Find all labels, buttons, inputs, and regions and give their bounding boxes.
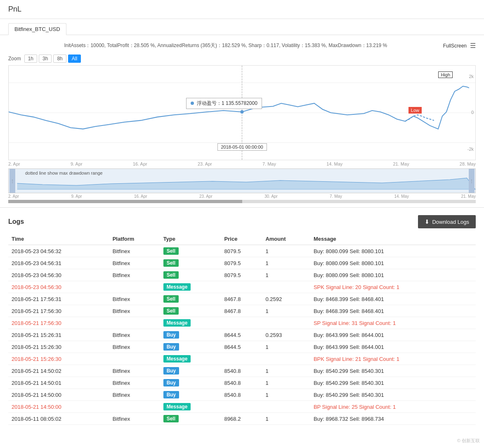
- main-chart[interactable]: 浮动盈亏：1 135.55782000 2018-05-01 00:00:00 …: [8, 65, 476, 160]
- col-time: Time: [8, 233, 109, 245]
- cell-price: [221, 401, 262, 413]
- table-row: 2018-05-21 14:50:00BitfinexBuy8540.81Buy…: [8, 389, 476, 401]
- cell-platform: Bitfinex: [109, 377, 160, 389]
- cell-message: Buy: 8643.999 Sell: 8644.001: [310, 341, 476, 353]
- download-label: Download Logs: [432, 219, 469, 225]
- table-row: 2018-05-21 14:50:01BitfinexBuy8540.81Buy…: [8, 377, 476, 389]
- x-label-3: 23. Apr: [198, 161, 212, 166]
- cell-price: [221, 317, 262, 329]
- cell-message: Buy: 8540.299 Sell: 8540.301: [310, 365, 476, 377]
- cell-amount: 1: [262, 257, 310, 269]
- zoom-3h[interactable]: 3h: [39, 55, 52, 63]
- x-label-7: 28. May: [460, 161, 476, 166]
- type-badge: Sell: [163, 259, 179, 267]
- fullscreen-button[interactable]: FullScreen: [443, 43, 467, 49]
- table-row: 2018-05-21 17:56:30MessageSP Signal Line…: [8, 317, 476, 329]
- download-logs-button[interactable]: ⬇ Download Logs: [418, 215, 476, 228]
- zoom-bar: Zoom 1h 3h 8h All: [8, 52, 476, 65]
- type-badge: Buy: [163, 367, 179, 375]
- cell-message: Buy: 8540.299 Sell: 8540.301: [310, 377, 476, 389]
- cell-time: 2018-05-21 14:50:00: [8, 389, 109, 401]
- cell-time: 2018-05-21 15:26:30: [8, 353, 109, 365]
- table-row: 2018-05-21 14:50:02BitfinexBuy8540.81Buy…: [8, 365, 476, 377]
- cell-amount: 1: [262, 389, 310, 401]
- mini-x-3: 23. Apr: [199, 194, 212, 199]
- mini-chart-info: dotted line show max drawdown range: [25, 171, 103, 175]
- zoom-1h[interactable]: 1h: [24, 55, 37, 63]
- cell-price: 8540.8: [221, 377, 262, 389]
- cell-platform: [109, 317, 160, 329]
- chart-controls: FullScreen ☰: [443, 42, 476, 50]
- cell-type: Sell: [160, 257, 221, 269]
- cell-amount: 1: [262, 269, 310, 281]
- cell-time: 2018-05-23 04:56:31: [8, 257, 109, 269]
- type-badge: Message: [163, 319, 191, 327]
- mini-x-2: 16. Apr: [134, 194, 147, 199]
- type-badge: Buy: [163, 391, 179, 398]
- cell-price: 8540.8: [221, 365, 262, 377]
- type-badge: Message: [163, 403, 191, 410]
- type-badge: Message: [163, 355, 191, 363]
- type-badge: Buy: [163, 343, 179, 351]
- cell-message: Buy: 8968.732 Sell: 8968.734: [310, 413, 476, 425]
- mini-x-1: 9. Apr: [71, 194, 82, 199]
- mini-handle-left[interactable]: ⋮: [9, 169, 15, 193]
- chart-scrollbar[interactable]: [8, 200, 476, 203]
- x-label-6: 21. May: [393, 161, 409, 166]
- col-message: Message: [310, 233, 476, 245]
- cell-time: 2018-05-23 04:56:30: [8, 269, 109, 281]
- cell-message: Buy: 8080.099 Sell: 8080.101: [310, 245, 476, 257]
- cell-amount: 1: [262, 365, 310, 377]
- cell-message: SP Signal Line: 31 Signal Count: 1: [310, 317, 476, 329]
- cell-message: BP Signal Line: 25 Signal Count: 1: [310, 401, 476, 413]
- cell-time: 2018-05-21 17:56:30: [8, 317, 109, 329]
- zoom-8h[interactable]: 8h: [53, 55, 66, 63]
- logs-section: Logs ⬇ Download Logs Time Platform Type …: [0, 208, 484, 429]
- cell-platform: [109, 401, 160, 413]
- x-label-4: 7. May: [262, 161, 276, 166]
- cell-type: Buy: [160, 341, 221, 353]
- mini-chart[interactable]: ⋮ dotted line show max drawdown range ⋮: [8, 168, 476, 193]
- svg-point-5: [240, 110, 243, 114]
- logs-table-body: 2018-05-23 04:56:32BitfinexSell8079.51Bu…: [8, 245, 476, 425]
- table-row: 2018-05-21 15:26:31BitfinexBuy8644.50.25…: [8, 329, 476, 341]
- mini-handle-right[interactable]: ⋮: [469, 169, 475, 193]
- cell-price: 8968.2: [221, 413, 262, 425]
- menu-icon[interactable]: ☰: [470, 42, 476, 50]
- scroll-thumb[interactable]: [8, 200, 242, 203]
- cell-message: Buy: 8468.399 Sell: 8468.401: [310, 305, 476, 317]
- cell-price: 8644.5: [221, 329, 262, 341]
- cell-price: 8079.5: [221, 257, 262, 269]
- cell-platform: [109, 281, 160, 293]
- cell-message: Buy: 8080.099 Sell: 8080.101: [310, 269, 476, 281]
- cell-platform: Bitfinex: [109, 269, 160, 281]
- x-label-0: 2. Apr: [8, 161, 20, 166]
- type-badge: Buy: [163, 331, 179, 339]
- tab-bitfinex-btc-usd[interactable]: Bitfinex_BTC_USD: [8, 23, 66, 35]
- cell-time: 2018-05-21 14:50:01: [8, 377, 109, 389]
- download-icon: ⬇: [425, 218, 430, 225]
- table-row: 2018-05-23 04:56:30MessageSPK Signal Lin…: [8, 281, 476, 293]
- logs-header: Logs ⬇ Download Logs: [8, 212, 476, 233]
- chart-stats-text: InitAssets：10000, TotalProfit：28.505 %, …: [8, 42, 443, 49]
- table-row: 2018-05-23 04:56:30BitfinexSell8079.51Bu…: [8, 269, 476, 281]
- cell-platform: Bitfinex: [109, 293, 160, 305]
- page-header: PnL: [0, 0, 484, 19]
- cell-amount: [262, 401, 310, 413]
- cell-type: Sell: [160, 413, 221, 425]
- zoom-all[interactable]: All: [68, 55, 81, 63]
- cell-amount: 1: [262, 377, 310, 389]
- cell-price: [221, 281, 262, 293]
- chart-low-label: Low: [408, 107, 422, 114]
- x-label-2: 16. Apr: [133, 161, 147, 166]
- table-row: 2018-05-21 15:26:30MessageBPK Signal Lin…: [8, 353, 476, 365]
- mini-x-6: 14. May: [394, 194, 409, 199]
- type-badge: Sell: [163, 307, 179, 315]
- cell-time: 2018-05-21 14:50:02: [8, 365, 109, 377]
- type-badge: Message: [163, 283, 191, 291]
- cell-type: Message: [160, 317, 221, 329]
- col-platform: Platform: [109, 233, 160, 245]
- cell-time: 2018-05-21 17:56:31: [8, 293, 109, 305]
- mini-x-axis: 2. Apr 9. Apr 16. Apr 23. Apr 30. Apr 7.…: [8, 193, 476, 199]
- cell-type: Sell: [160, 269, 221, 281]
